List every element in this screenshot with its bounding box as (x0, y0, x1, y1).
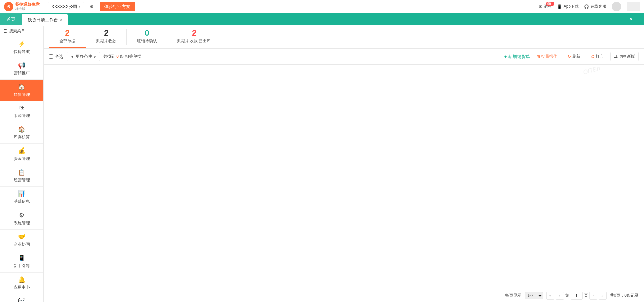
logo-title: 畅捷通好生意 (15, 2, 40, 7)
stat-tab-overdue[interactable]: 2 到期未收款 (86, 25, 126, 48)
finance-label: 资金管理 (14, 156, 30, 162)
system-icon: ⚙ (19, 212, 24, 219)
filter-arrow: ∨ (93, 54, 96, 59)
finance-icon: 💰 (18, 147, 25, 155)
batch-label: 批量操作 (541, 54, 557, 59)
per-page-label: 每页显示 (505, 293, 521, 298)
message-button[interactable]: ✉ 消息 99+ (539, 4, 552, 9)
sidebar-item-enterprise[interactable]: 🤝 企业协同 (0, 230, 43, 251)
guide-label: 新手引导 (14, 263, 30, 269)
mobile-icon: 📱 (557, 4, 562, 9)
message-icon: ✉ (539, 4, 542, 9)
user-menu[interactable] (627, 2, 640, 11)
expand-window-icon[interactable]: ⛶ (635, 16, 641, 22)
logo-area: 6 畅捷通好生意 标准版 (4, 2, 48, 11)
select-all-label: 全选 (55, 54, 63, 60)
next-page-button[interactable]: › (589, 292, 597, 300)
last-page-button[interactable]: » (599, 292, 607, 300)
stat-wangdian-num: 0 (145, 29, 149, 37)
footer-pagination: 每页显示 50 100 200 « ‹ 第 页 › » (44, 289, 644, 302)
content-area: 2 全部单据 2 到期未收款 0 旺铺待确认 2 到期未收款 已出库 (44, 25, 644, 302)
stat-all-label: 全部单据 (59, 38, 75, 44)
sidebar-item-app-center[interactable]: 🔔 应用中心 (0, 273, 43, 294)
company-selector[interactable]: XXXXXX公司 ▾ (48, 2, 84, 11)
per-page-select[interactable]: 50 100 200 (525, 292, 543, 299)
header-right: ✉ 消息 99+ 📱 App下载 🎧 在线客服 (539, 2, 640, 11)
first-page-button[interactable]: « (546, 292, 554, 300)
message-badge: 99+ (546, 2, 554, 6)
page-nav: « ‹ 第 页 › » (546, 292, 607, 300)
enterprise-icon: 🤝 (18, 233, 25, 240)
operations-icon: 📋 (18, 169, 25, 176)
top-header: 6 畅捷通好生意 标准版 XXXXXX公司 ▾ ⚙ 体验行业方案 ✉ 消息 99… (0, 0, 644, 13)
total-records-label: 共0页，0条记录 (610, 293, 639, 298)
table-area (44, 65, 644, 289)
found-count: 0 (116, 54, 119, 59)
tab-bar: 首页 钱货日清工作台 × × ⛶ (0, 13, 644, 25)
trial-button[interactable]: 体验行业方案 (100, 2, 135, 11)
sidebar-item-system[interactable]: ⚙ 系统管理 (0, 208, 43, 230)
sidebar-item-finance[interactable]: 💰 资金管理 (0, 144, 43, 165)
online-service-button[interactable]: 🎧 在线客服 (584, 4, 606, 9)
purchase-label: 采购管理 (14, 113, 30, 119)
main-layout: ☰ 搜索菜单 ⚡ 快捷导航 📢 营销推广 🏠 销售管理 🛍 采购管理 🏠 库存核… (0, 25, 644, 302)
service-icon: 🎧 (584, 4, 589, 9)
online-service-label: 在线客服 (590, 4, 606, 9)
sidebar-item-operations[interactable]: 📋 经营管理 (0, 165, 43, 187)
inventory-icon: 🏠 (18, 126, 25, 133)
settings-button[interactable]: ⚙ (87, 2, 96, 11)
avatar[interactable] (612, 2, 621, 11)
stats-tabs: 2 全部单据 2 到期未收款 0 旺铺待确认 2 到期未收款 已出库 (44, 25, 644, 49)
sidebar-item-marketing[interactable]: 📢 营销推广 (0, 58, 43, 80)
stat-tab-wangdian[interactable]: 0 旺铺待确认 (127, 25, 167, 48)
select-all-input[interactable] (49, 54, 53, 59)
prev-page-icon: ‹ (559, 293, 560, 298)
app-center-icon: 🔔 (18, 276, 25, 283)
sidebar-item-basic-info[interactable]: 📊 基础信息 (0, 187, 43, 208)
sidebar-item-purchase[interactable]: 🛍 采购管理 (0, 101, 43, 122)
new-sales-button[interactable]: + 新增销货单 (504, 54, 530, 60)
tab-qianghuo[interactable]: 钱货日清工作台 × (22, 14, 68, 26)
company-dropdown-arrow: ▾ (79, 5, 80, 8)
sidebar-item-wechat[interactable]: 💬 企业微信 (0, 294, 43, 302)
tab-close-button[interactable]: × (60, 18, 62, 22)
filter-icon: ▼ (70, 54, 74, 59)
batch-op-button[interactable]: ⊞ 批量操作 (533, 52, 561, 61)
stat-tab-all[interactable]: 2 全部单据 (49, 25, 86, 48)
sidebar-item-sales[interactable]: 🏠 销售管理 (0, 80, 43, 101)
sidebar-item-guide[interactable]: 📱 新手引导 (0, 251, 43, 273)
sidebar-item-quick-nav[interactable]: ⚡ 快捷导航 (0, 37, 43, 58)
current-page-input[interactable] (571, 292, 583, 300)
sidebar-item-inventory[interactable]: 🏠 库存核算 (0, 122, 43, 144)
inventory-label: 库存核算 (14, 134, 30, 140)
next-page-icon: › (593, 293, 594, 298)
sidebar-item-search-menu[interactable]: ☰ 搜索菜单 (0, 25, 43, 37)
filter-button[interactable]: ▼ 更多条件 ∨ (67, 52, 100, 61)
stat-unshipped-num: 2 (192, 29, 196, 37)
stat-tab-unshipped[interactable]: 2 到期未收款 已出库 (167, 25, 221, 48)
switch-version-button[interactable]: ⇄ 切换新版 (610, 52, 639, 61)
found-unit: 条 (120, 54, 124, 59)
company-name: XXXXXX公司 (51, 4, 77, 10)
first-page-icon: « (549, 293, 551, 298)
prev-page-button[interactable]: ‹ (556, 292, 564, 300)
stat-unshipped-label: 到期未收款 已出库 (177, 38, 211, 44)
logo-sub: 标准版 (15, 7, 40, 11)
print-button[interactable]: 🖨 打印 (587, 52, 607, 61)
close-window-icon[interactable]: × (630, 16, 633, 22)
stat-overdue-label: 到期未收款 (96, 38, 116, 44)
found-text: 共找到 0 条 相关单据 (103, 54, 141, 59)
print-icon: 🖨 (590, 54, 594, 59)
guide-icon: 📱 (18, 254, 25, 262)
select-all-checkbox[interactable]: 全选 (49, 54, 63, 60)
system-label: 系统管理 (14, 220, 30, 226)
filter-label: 更多条件 (76, 54, 92, 59)
refresh-button[interactable]: ↻ 刷新 (564, 52, 584, 61)
logo-text: 畅捷通好生意 标准版 (15, 2, 40, 11)
basic-info-label: 基础信息 (14, 199, 30, 204)
settings-icon: ⚙ (90, 4, 94, 9)
found-suffix: 相关单据 (125, 54, 141, 59)
app-download-button[interactable]: 📱 App下载 (557, 4, 579, 9)
marketing-label: 营销推广 (14, 70, 30, 76)
tab-home[interactable]: 首页 (0, 13, 22, 25)
